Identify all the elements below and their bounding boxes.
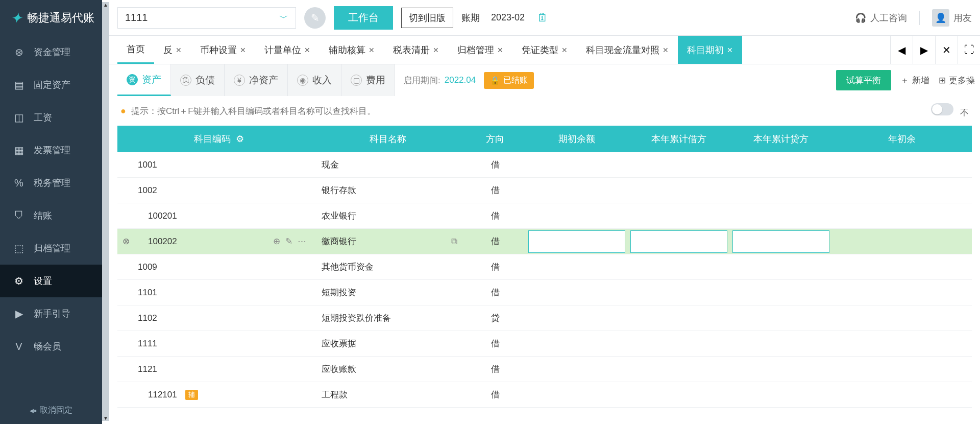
row-delete-icon[interactable]: ⊗ — [122, 236, 130, 247]
cell-credit — [730, 382, 832, 407]
close-icon[interactable]: ✕ — [176, 46, 182, 54]
subtab-income[interactable]: ◉收入 — [288, 64, 341, 96]
sidebar-item-invoice[interactable]: ▦发票管理 — [0, 134, 102, 167]
table-header: 科目编码⚙ 科目名称 方向 期初余额 本年累计借方 本年累计贷方 年初余 — [117, 126, 972, 152]
table-row[interactable]: ⊗100202⊕✎⋯徽商银行⧉借 — [117, 229, 972, 254]
gear-icon[interactable]: ⚙ — [236, 133, 244, 145]
table-row[interactable]: 1002银行存款借 — [117, 178, 972, 203]
period-label: 账期 — [461, 12, 480, 24]
wallet-icon: ◫ — [13, 112, 24, 123]
consult-link[interactable]: 🎧 人工咨询 — [855, 12, 907, 24]
th-open: 期初余额 — [526, 126, 628, 152]
table-row[interactable]: 1121应收账款借 — [117, 357, 972, 382]
table-row[interactable]: 100201农业银行借 — [117, 203, 972, 229]
close-icon[interactable]: ✕ — [727, 46, 733, 54]
tab-prev-button[interactable]: ◀ — [890, 36, 913, 64]
sidebar-item-close[interactable]: ⛉结账 — [0, 199, 102, 232]
copy-icon[interactable]: ⧉ — [451, 237, 464, 247]
arrow-up-icon: ▲ — [103, 2, 108, 8]
cell-code: 1102 — [117, 305, 311, 331]
close-icon[interactable]: ✕ — [663, 46, 669, 54]
close-icon[interactable]: ✕ — [240, 46, 246, 54]
cell-dir: 借 — [464, 280, 526, 305]
table-row[interactable]: 1102短期投资跌价准备贷 — [117, 305, 972, 331]
sidebar: ✦ 畅捷通易代账 ⊛资金管理 ▤固定资产 ◫工资 ▦发票管理 %税务管理 ⛉结账… — [0, 0, 102, 424]
tab-1[interactable]: 反✕ — [154, 36, 191, 64]
close-icon[interactable]: ✕ — [433, 46, 439, 54]
cell-dir: 借 — [464, 382, 526, 407]
tab-6[interactable]: 归档管理✕ — [448, 36, 512, 64]
cell-name: 银行存款 — [311, 178, 464, 203]
headset-icon: 🎧 — [855, 12, 866, 23]
plus-circle-icon[interactable]: ⊕ — [273, 236, 280, 247]
more-button[interactable]: ⊞更多操 — [939, 75, 975, 86]
tab-home[interactable]: 首页 — [117, 36, 154, 64]
th-name: 科目名称 — [311, 126, 464, 152]
close-icon[interactable]: ✕ — [561, 46, 568, 54]
cell-code: 112101辅 — [117, 382, 311, 407]
company-select[interactable]: 1111 ﹀ — [117, 7, 296, 29]
tab-3[interactable]: 计量单位✕ — [255, 36, 320, 64]
sidebar-item-settings[interactable]: ⚙设置 — [0, 265, 102, 297]
table-row[interactable]: 1111应收票据借 — [117, 331, 972, 357]
edit-icon[interactable]: ✎ — [285, 236, 292, 247]
credit-input[interactable] — [732, 230, 829, 253]
close-icon[interactable]: ✕ — [369, 46, 375, 54]
sidebar-footer[interactable]: ◂▪ 取消固定 — [0, 397, 102, 424]
subtab-expense[interactable]: ▢费用 — [341, 64, 395, 96]
workbench-button[interactable]: 工作台 — [334, 6, 393, 30]
cell-open — [526, 382, 628, 407]
subtab-equity[interactable]: ¥净资产 — [225, 64, 288, 96]
cell-open — [526, 203, 628, 228]
debit-input[interactable] — [630, 230, 727, 253]
old-version-button[interactable]: 切到旧版 — [401, 8, 453, 28]
info-icon: ● — [120, 106, 126, 116]
cell-name: 现金 — [311, 152, 464, 177]
subtab-asset[interactable]: 资资产 — [117, 64, 171, 96]
table-row[interactable]: 1009其他货币资金借 — [117, 254, 972, 280]
app-logo: ✦ 畅捷通易代账 — [0, 0, 102, 36]
sidebar-item-member[interactable]: V畅会员 — [0, 330, 102, 363]
tab-4[interactable]: 辅助核算✕ — [320, 36, 384, 64]
table-row[interactable]: 1001现金借 — [117, 152, 972, 178]
tab-5[interactable]: 税表清册✕ — [384, 36, 448, 64]
close-icon[interactable]: ✕ — [497, 46, 503, 54]
tabs-row: 首页 反✕ 币种设置✕ 计量单位✕ 辅助核算✕ 税表清册✕ 归档管理✕ 凭证类型… — [109, 36, 980, 64]
header: 1111 ﹀ ✎ 工作台 切到旧版 账期 2023-02 🗓 🎧 人工咨询 👤 — [109, 0, 980, 36]
cell-name: 应收票据 — [311, 331, 464, 356]
cell-code: 1009 — [117, 254, 311, 279]
tab-next-button[interactable]: ▶ — [913, 36, 935, 64]
tab-expand-button[interactable]: ⛶ — [958, 36, 980, 64]
cell-debit — [628, 178, 730, 203]
tab-9[interactable]: 科目期初✕ — [678, 36, 742, 64]
sidebar-collapse-handle[interactable]: ▲ ▼ — [102, 2, 109, 421]
sidebar-item-archive[interactable]: ⬚归档管理 — [0, 232, 102, 265]
close-icon[interactable]: ✕ — [304, 46, 310, 54]
more-icon[interactable]: ⋯ — [298, 236, 306, 247]
cell-credit — [730, 357, 832, 382]
trial-balance-button[interactable]: 试算平衡 — [836, 70, 891, 90]
toggle-switch[interactable] — [931, 103, 953, 115]
note-icon[interactable]: ✎ — [304, 7, 326, 29]
open-input[interactable] — [528, 230, 625, 253]
tab-2[interactable]: 币种设置✕ — [191, 36, 255, 64]
arrow-down-icon: ▼ — [103, 415, 108, 421]
sidebar-item-asset[interactable]: ▤固定资产 — [0, 68, 102, 101]
sidebar-item-salary[interactable]: ◫工资 — [0, 101, 102, 134]
sidebar-item-fund[interactable]: ⊛资金管理 — [0, 36, 102, 68]
subtab-liability[interactable]: 负负债 — [171, 64, 225, 96]
table-row[interactable]: 112101辅工程款借 — [117, 382, 972, 408]
tab-close-all-button[interactable]: ✕ — [935, 36, 958, 64]
percent-icon: % — [13, 177, 24, 189]
calendar-icon[interactable]: 🗓 — [537, 11, 548, 25]
user-menu[interactable]: 👤 用友 — [932, 9, 972, 27]
cell-code: 1001 — [117, 152, 311, 177]
sidebar-item-tax[interactable]: %税务管理 — [0, 167, 102, 199]
coin-icon: ⊛ — [13, 46, 24, 58]
table-row[interactable]: 1101短期投资借 — [117, 280, 972, 305]
tab-7[interactable]: 凭证类型✕ — [512, 36, 577, 64]
add-button[interactable]: ＋新增 — [900, 75, 929, 86]
cell-open — [526, 229, 628, 254]
tab-8[interactable]: 科目现金流量对照✕ — [577, 36, 678, 64]
sidebar-item-guide[interactable]: ▶新手引导 — [0, 297, 102, 330]
